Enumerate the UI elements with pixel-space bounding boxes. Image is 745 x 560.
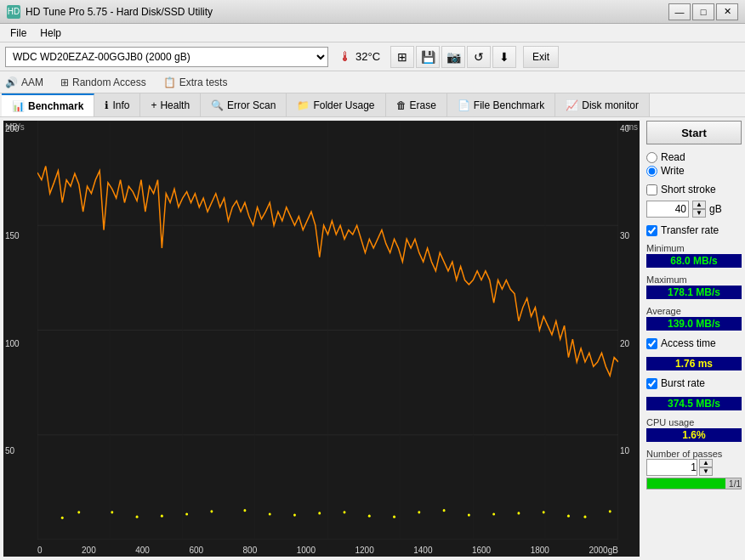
average-value: 139.0 MB/s xyxy=(646,317,742,331)
short-stroke-checkbox[interactable] xyxy=(646,184,657,195)
lower-tab-bar: 📊 Benchmark ℹ Info + Health 🔍 Error Scan… xyxy=(0,93,745,117)
download-icon-btn[interactable]: ⬇ xyxy=(492,46,516,68)
toolbar: WDC WD20EZAZ-00GGJB0 (2000 gB) 🌡 32°C ⊞ … xyxy=(0,42,745,71)
short-stroke-checkbox-label[interactable]: Short stroke xyxy=(646,184,742,195)
read-radio-label[interactable]: Read xyxy=(646,151,742,163)
svg-point-33 xyxy=(468,513,470,516)
transfer-rate-checkbox-label[interactable]: Transfer rate xyxy=(646,224,742,236)
svg-point-20 xyxy=(393,516,395,518)
right-panel: Start Read Write Short stroke ▲ ▼ gB xyxy=(643,117,745,560)
temperature-value: 32°C xyxy=(355,50,380,63)
access-time-stat: 1.76 ms xyxy=(646,356,742,371)
tab-error-scan[interactable]: 🔍 Error Scan xyxy=(201,93,287,116)
random-access-icon: ⊞ xyxy=(60,76,69,88)
passes-spinner: ▲ ▼ xyxy=(699,459,713,476)
chart-y-axis-right: 40 30 20 10 xyxy=(618,121,640,557)
access-time-value: 1.76 ms xyxy=(646,357,742,371)
burst-rate-value: 374.5 MB/s xyxy=(646,397,742,410)
chart-area: MB/s ms 200 150 100 50 40 30 20 10 xyxy=(3,121,640,557)
tab-disk-monitor[interactable]: 📈 Disk monitor xyxy=(555,93,650,116)
chart-y-axis-left: 200 150 100 50 xyxy=(3,121,37,557)
access-time-checkbox[interactable] xyxy=(646,338,657,349)
tab-health[interactable]: + Health xyxy=(140,93,201,116)
upper-tab-bar: 🔊 AAM ⊞ Random Access 📋 Extra tests xyxy=(0,71,745,93)
health-icon: + xyxy=(151,99,156,111)
passes-down[interactable]: ▼ xyxy=(699,467,713,476)
close-button[interactable]: ✕ xyxy=(716,3,738,20)
tab-aam[interactable]: 🔊 AAM xyxy=(5,76,43,88)
write-label: Write xyxy=(661,165,685,177)
main-content: MB/s ms 200 150 100 50 40 30 20 10 xyxy=(0,117,745,560)
exit-button[interactable]: Exit xyxy=(523,46,559,68)
svg-point-16 xyxy=(185,512,188,515)
short-stroke-row: ▲ ▼ gB xyxy=(646,201,742,218)
minimum-stat: Minimum 68.0 MB/s xyxy=(646,243,742,268)
maximum-value: 178.1 MB/s xyxy=(646,286,742,299)
short-stroke-down[interactable]: ▼ xyxy=(692,209,706,218)
svg-point-26 xyxy=(111,511,113,513)
burst-rate-checkbox-label[interactable]: Burst rate xyxy=(646,377,742,389)
access-time-label: Access time xyxy=(661,337,716,349)
drive-selector[interactable]: WDC WD20EZAZ-00GGJB0 (2000 gB) xyxy=(5,47,328,67)
tab-benchmark[interactable]: 📊 Benchmark xyxy=(2,93,94,116)
minimum-label: Minimum xyxy=(646,243,742,253)
read-radio[interactable] xyxy=(646,152,657,163)
extra-tests-icon: 📋 xyxy=(163,76,176,88)
short-stroke-spinner: ▲ ▼ xyxy=(692,201,706,218)
svg-point-35 xyxy=(567,515,570,518)
tab-file-benchmark[interactable]: 📄 File Benchmark xyxy=(447,93,555,116)
start-button[interactable]: Start xyxy=(646,121,742,144)
tab-folder-usage[interactable]: 📁 Folder Usage xyxy=(287,93,385,116)
passes-up[interactable]: ▲ xyxy=(699,459,713,467)
minimize-button[interactable]: — xyxy=(668,3,691,20)
chart-unit-right: ms xyxy=(627,122,638,132)
app-icon: HD xyxy=(7,5,20,19)
cpu-usage-value: 1.6% xyxy=(646,428,742,442)
copy-icon-btn[interactable]: ⊞ xyxy=(390,46,414,68)
chart-unit-left: MB/s xyxy=(5,122,25,132)
svg-point-18 xyxy=(293,513,296,516)
maximize-button[interactable]: □ xyxy=(692,3,714,20)
transfer-rate-label: Transfer rate xyxy=(661,224,719,236)
chart-canvas xyxy=(37,121,618,540)
svg-point-14 xyxy=(77,511,80,513)
svg-point-29 xyxy=(269,512,271,515)
menu-file[interactable]: File xyxy=(3,25,33,41)
tab-erase[interactable]: 🗑 Erase xyxy=(386,93,447,116)
refresh-icon-btn[interactable]: ↺ xyxy=(467,46,491,68)
menu-help[interactable]: Help xyxy=(33,25,68,41)
tab-info[interactable]: ℹ Info xyxy=(94,93,140,116)
svg-point-15 xyxy=(136,516,139,518)
transfer-rate-checkbox[interactable] xyxy=(646,225,657,236)
write-radio-label[interactable]: Write xyxy=(646,165,742,177)
read-label: Read xyxy=(661,151,685,163)
camera-icon-btn[interactable]: 📷 xyxy=(441,46,465,68)
window-title: HD Tune Pro 5.75 - Hard Disk/SSD Utility xyxy=(26,6,668,18)
svg-point-34 xyxy=(517,512,520,514)
short-stroke-up[interactable]: ▲ xyxy=(692,201,706,209)
access-time-checkbox-label[interactable]: Access time xyxy=(646,337,742,349)
svg-point-22 xyxy=(492,512,495,515)
svg-point-36 xyxy=(609,510,611,512)
svg-point-21 xyxy=(443,509,446,512)
short-stroke-input[interactable] xyxy=(646,201,689,218)
cpu-usage-label: CPU usage xyxy=(646,417,742,427)
tab-extra-tests[interactable]: 📋 Extra tests xyxy=(163,76,228,88)
save-icon-btn[interactable]: 💾 xyxy=(416,46,440,68)
maximum-stat: Maximum 178.1 MB/s xyxy=(646,274,742,299)
passes-input[interactable] xyxy=(646,459,697,476)
folder-usage-icon: 📁 xyxy=(297,99,310,111)
file-benchmark-icon: 📄 xyxy=(458,99,470,111)
erase-icon: 🗑 xyxy=(396,99,407,111)
tab-random-access[interactable]: ⊞ Random Access xyxy=(60,76,146,88)
error-scan-icon: 🔍 xyxy=(211,99,224,111)
benchmark-icon: 📊 xyxy=(12,100,25,112)
short-stroke-label: Short stroke xyxy=(661,184,716,195)
burst-rate-label: Burst rate xyxy=(661,377,705,389)
progress-bar: 1/1 xyxy=(646,478,742,489)
progress-label: 1/1 xyxy=(729,478,741,489)
burst-rate-checkbox[interactable] xyxy=(646,378,657,389)
svg-point-28 xyxy=(210,510,213,512)
write-radio[interactable] xyxy=(646,166,657,177)
passes-section: Number of passes ▲ ▼ 1/1 xyxy=(646,449,742,489)
